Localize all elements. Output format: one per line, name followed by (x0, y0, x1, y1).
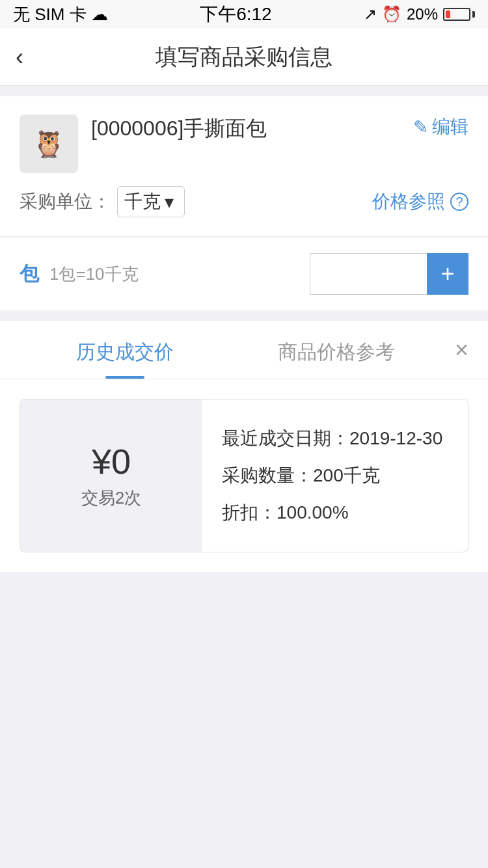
quantity-input[interactable]: 0 (310, 253, 427, 295)
page-background (0, 572, 488, 868)
purchase-qty-value: 200千克 (313, 465, 380, 485)
product-card: 🦉 [0000006]手撕面包 ✎ 编辑 采购单位： 千克 ▾ 价格参照 ? (0, 96, 488, 236)
dropdown-arrow-icon: ▾ (165, 191, 174, 213)
recent-date-value: 2019-12-30 (349, 428, 442, 448)
recent-date-label: 最近成交日期： (222, 428, 349, 448)
discount-row: 折扣：100.00% (222, 500, 448, 525)
tab-active-indicator (105, 376, 144, 379)
product-name: [0000006]手撕面包 (91, 115, 267, 143)
status-time: 下午6:12 (200, 2, 272, 27)
quantity-row: 包 1包=10千克 0 + (0, 237, 488, 310)
price-ref-label: 价格参照 (372, 189, 445, 214)
location-icon: ↗ (364, 5, 377, 23)
status-right: ↗ ⏰ 20% (364, 5, 475, 23)
transaction-count: 交易2次 (81, 487, 141, 509)
product-unit-row: 采购单位： 千克 ▾ 价格参照 ? (20, 186, 468, 217)
product-thumbnail-icon: 🦉 (33, 129, 65, 159)
battery-percent: 20% (407, 5, 438, 23)
edit-button[interactable]: ✎ 编辑 (413, 115, 468, 139)
battery-icon (443, 8, 475, 21)
product-image: 🦉 (20, 115, 78, 173)
alarm-icon: ⏰ (382, 5, 401, 23)
back-button[interactable]: ‹ (16, 44, 23, 71)
transaction-summary: ¥0 交易2次 (20, 400, 202, 552)
unit-label: 采购单位： (20, 189, 111, 214)
purchase-qty-label: 采购数量： (222, 465, 313, 485)
question-icon: ? (450, 193, 468, 211)
product-header: 🦉 [0000006]手撕面包 ✎ 编辑 (20, 115, 468, 173)
quantity-input-group: 0 + (310, 253, 468, 295)
product-info: 🦉 [0000006]手撕面包 (20, 115, 267, 173)
panel-close-button[interactable]: × (442, 323, 468, 377)
bottom-panel: 历史成交价 商品价格参考 × ¥0 交易2次 最近成交日期：2019-12-30… (0, 321, 488, 572)
status-left: 无 SIM 卡 ☁ (13, 3, 108, 26)
unit-selector: 采购单位： 千克 ▾ (20, 186, 185, 217)
tab-product-price-ref[interactable]: 商品价格参考 (230, 321, 441, 379)
discount-label: 折扣： (222, 502, 277, 522)
status-bar: 无 SIM 卡 ☁ 下午6:12 ↗ ⏰ 20% (0, 0, 488, 29)
unit-desc: 1包=10千克 (49, 263, 310, 286)
tabs-row: 历史成交价 商品价格参考 × (0, 321, 488, 379)
purchase-qty-row: 采购数量：200千克 (222, 463, 448, 488)
transaction-list: ¥0 交易2次 最近成交日期：2019-12-30 采购数量：200千克 折扣：… (0, 379, 488, 572)
quantity-plus-button[interactable]: + (427, 253, 468, 295)
unit-value: 千克 (124, 189, 161, 214)
unit-dropdown[interactable]: 千克 ▾ (117, 186, 185, 217)
page-title: 填写商品采购信息 (156, 42, 332, 72)
unit-badge: 包 (20, 261, 39, 288)
transaction-price: ¥0 (92, 441, 131, 481)
nav-bar: ‹ 填写商品采购信息 (0, 29, 488, 86)
edit-icon: ✎ (413, 116, 428, 138)
signal-text: 无 SIM 卡 ☁ (13, 3, 108, 26)
transaction-details: 最近成交日期：2019-12-30 采购数量：200千克 折扣：100.00% (202, 400, 468, 552)
discount-value: 100.00% (277, 502, 349, 522)
quantity-section: 包 1包=10千克 0 + (0, 237, 488, 310)
price-ref-button[interactable]: 价格参照 ? (372, 189, 468, 214)
recent-date-row: 最近成交日期：2019-12-30 (222, 426, 448, 451)
edit-label: 编辑 (432, 115, 468, 139)
tab-history-price[interactable]: 历史成交价 (20, 321, 230, 379)
transaction-card: ¥0 交易2次 最近成交日期：2019-12-30 采购数量：200千克 折扣：… (20, 399, 468, 552)
